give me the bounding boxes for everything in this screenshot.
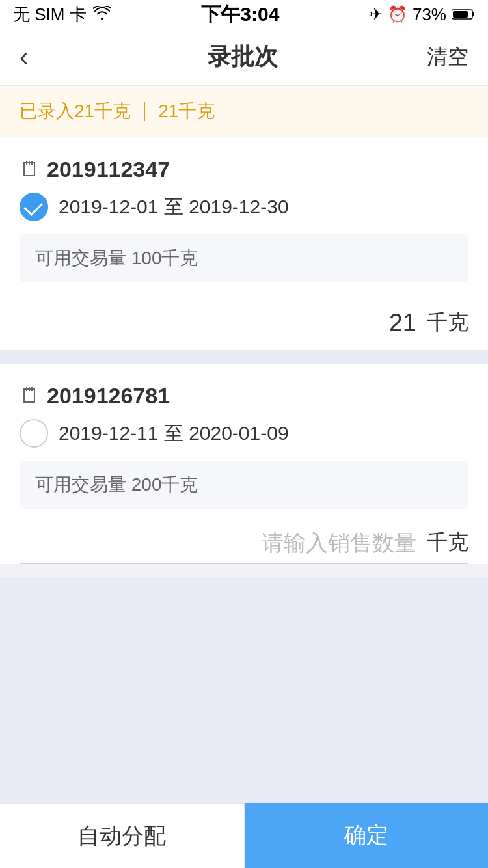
section-divider (0, 351, 488, 364)
qty-input-2[interactable] (20, 530, 416, 556)
radio-btn-1[interactable] (20, 193, 48, 221)
batch-doc-icon-2: 🗒 (20, 384, 40, 408)
qty-unit-1: 千克 (427, 308, 468, 337)
batch-date-2: 2019-12-11 至 2020-01-09 (59, 420, 289, 447)
batch-item-2: 🗒 2019126781 2019-12-11 至 2020-01-09 可用交… (0, 364, 488, 509)
batch-card-2: 🗒 2019126781 2019-12-11 至 2020-01-09 可用交… (0, 364, 488, 564)
nav-bar: ‹ 录批次 清空 (0, 29, 488, 86)
batch-doc-icon-1: 🗒 (20, 157, 40, 182)
batch-card-1: 🗒 2019112347 2019-12-01 至 2019-12-30 可用交… (0, 137, 488, 351)
qty-input-row-2: 千克 (0, 522, 488, 557)
battery-icon (452, 8, 475, 20)
recorded-value: 21千克 (158, 99, 215, 124)
info-banner: 已录入21千克 21千克 (0, 86, 488, 137)
location-icon: ✈ (370, 5, 383, 23)
recorded-label: 已录入21千克 (20, 99, 131, 124)
input-underline-2 (20, 563, 468, 564)
status-bar: 无 SIM 卡 下午3:04 ✈ ⏰ 73% (0, 0, 488, 29)
svg-rect-2 (453, 11, 468, 18)
avail-box-1: 可用交易量 100千克 (20, 234, 468, 282)
batch-date-row-1: 2019-12-01 至 2019-12-30 (20, 193, 468, 221)
status-right: ✈ ⏰ 73% (370, 5, 475, 25)
batch-id-1: 2019112347 (47, 157, 170, 182)
batch-item-1: 🗒 2019112347 2019-12-01 至 2019-12-30 可用交… (0, 137, 488, 282)
status-left: 无 SIM 卡 (13, 3, 111, 26)
wifi-icon (93, 5, 111, 25)
qty-row-1: 21 千克 (0, 295, 488, 351)
bottom-empty-area (0, 577, 488, 837)
qty-value-1: 21 (389, 309, 416, 337)
batch-header-1: 🗒 2019112347 (20, 157, 468, 182)
banner-divider (144, 102, 145, 121)
batch-date-row-2: 2019-12-11 至 2020-01-09 (20, 419, 468, 448)
auto-distribute-button[interactable]: 自动分配 (0, 803, 245, 868)
batch-header-2: 🗒 2019126781 (20, 383, 468, 409)
svg-rect-1 (472, 12, 474, 16)
batch-id-2: 2019126781 (47, 383, 170, 409)
page-title: 录批次 (208, 41, 278, 73)
time-display: 下午3:04 (201, 1, 279, 28)
bottom-bar: 自动分配 确定 (0, 803, 488, 868)
alarm-icon: ⏰ (388, 5, 407, 23)
radio-btn-2[interactable] (20, 419, 48, 448)
batch-date-1: 2019-12-01 至 2019-12-30 (59, 194, 289, 221)
confirm-button[interactable]: 确定 (245, 803, 489, 868)
qty-unit-2: 千克 (427, 528, 468, 557)
back-button[interactable]: ‹ (20, 42, 59, 72)
avail-box-2: 可用交易量 200千克 (20, 461, 468, 509)
carrier-text: 无 SIM 卡 (13, 3, 87, 26)
clear-button[interactable]: 清空 (427, 43, 468, 72)
battery-text: 73% (413, 5, 446, 25)
